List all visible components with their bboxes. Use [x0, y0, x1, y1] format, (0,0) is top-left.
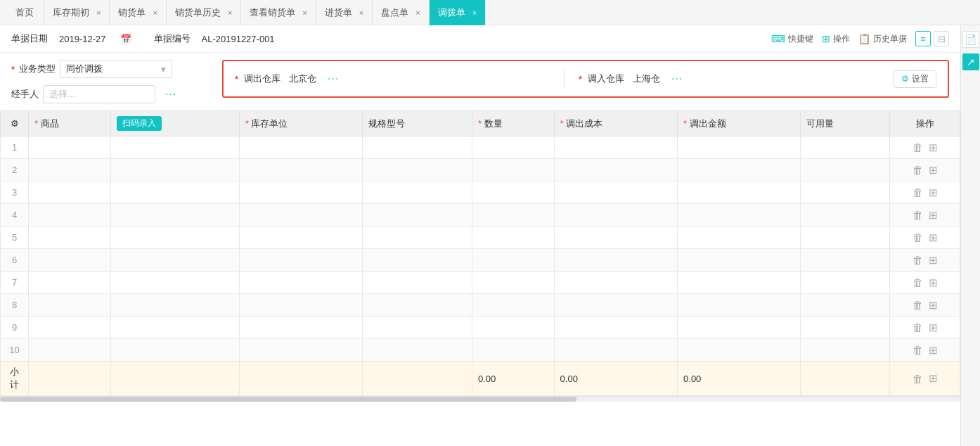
settings-button[interactable]: ⚙ 设置 [894, 70, 936, 88]
row-qty-cell [363, 339, 472, 362]
row-delete-icon[interactable]: 🗑 [913, 299, 923, 311]
col-gear[interactable]: ⚙ [1, 111, 29, 136]
out-warehouse-more-icon[interactable]: ··· [328, 72, 339, 85]
row-delete-icon[interactable]: 🗑 [913, 186, 923, 198]
manager-field: 经手人 选择... ··· [11, 85, 208, 103]
ops-action[interactable]: ⊞ 操作 [822, 33, 850, 45]
scan-input-button[interactable]: 扫码录入 [117, 116, 162, 131]
row-product-cell[interactable] [29, 204, 111, 227]
table-row: 4 🗑 ⊞ [1, 204, 960, 227]
row-delete-icon[interactable]: 🗑 [913, 254, 923, 266]
date-label: 单据日期 [11, 32, 48, 45]
row-available-cell [678, 159, 801, 181]
out-warehouse-star: * [235, 74, 238, 84]
tab-transfer[interactable]: 调拨单 × [430, 0, 486, 25]
row-delete-icon[interactable]: 🗑 [913, 321, 923, 333]
row-cost-cell [472, 227, 554, 249]
table-row: 2 🗑 ⊞ [1, 159, 960, 181]
row-empty-cell [801, 227, 890, 249]
tab-inventory-check-close[interactable]: × [415, 8, 420, 17]
row-num-cell: 10 [1, 339, 29, 362]
tab-transfer-close[interactable]: × [472, 8, 477, 17]
tab-sales-order-close[interactable]: × [153, 8, 157, 17]
row-product-cell[interactable] [29, 294, 111, 317]
row-cost-cell [472, 159, 554, 181]
row-delete-icon[interactable]: 🗑 [913, 373, 923, 385]
col-scan: 扫码录入 [110, 111, 239, 136]
row-empty-cell [801, 272, 890, 294]
horizontal-scrollbar[interactable] [0, 396, 960, 402]
row-delete-icon[interactable]: 🗑 [913, 209, 923, 221]
col-product-star: * [34, 118, 38, 129]
row-qty-cell [363, 317, 472, 339]
subtotal-empty-2 [110, 362, 239, 396]
tab-purchase[interactable]: 进货单 × [316, 0, 373, 25]
tab-view-sales[interactable]: 查看销货单 × [241, 0, 316, 25]
row-cost-cell [472, 339, 554, 362]
row-delete-icon[interactable]: 🗑 [913, 344, 923, 356]
row-spec-cell [239, 317, 362, 339]
row-available-cell [678, 272, 801, 294]
row-delete-icon[interactable]: 🗑 [913, 141, 923, 153]
table-row: 9 🗑 ⊞ [1, 317, 960, 339]
row-copy-icon[interactable]: ⊞ [929, 321, 938, 334]
tab-purchase-close[interactable]: × [359, 8, 363, 17]
tab-inventory-init-close[interactable]: × [96, 8, 101, 17]
row-amount-cell [554, 227, 677, 249]
tab-home[interactable]: 首页 [6, 0, 44, 25]
table-row: 7 🗑 ⊞ [1, 272, 960, 294]
calendar-icon[interactable]: 📅 [120, 34, 131, 44]
row-copy-icon[interactable]: ⊞ [929, 372, 938, 385]
biz-type-star: * [11, 64, 15, 75]
sidebar-export-icon: ↗ [967, 56, 975, 68]
tab-inventory-check[interactable]: 盘点单 × [373, 0, 429, 25]
subtotal-qty: 0.00 [472, 362, 554, 396]
manager-more-icon[interactable]: ··· [165, 88, 176, 101]
row-copy-icon[interactable]: ⊞ [929, 186, 938, 199]
tab-bar: 首页 库存期初 × 销货单 × 销货单历史 × 查看销货单 × 进货单 × 盘点… [0, 0, 980, 25]
tab-sales-history[interactable]: 销货单历史 × [167, 0, 241, 25]
row-num-cell: 5 [1, 227, 29, 249]
biz-type-select[interactable]: 同价调拨 ▾ [60, 60, 172, 78]
row-copy-icon[interactable]: ⊞ [929, 299, 938, 312]
row-product-cell[interactable] [29, 159, 111, 181]
tab-sales-history-close[interactable]: × [228, 8, 232, 17]
row-product-cell[interactable] [29, 136, 111, 159]
row-copy-icon[interactable]: ⊞ [929, 344, 938, 357]
row-product-cell[interactable] [29, 339, 111, 362]
table-row: 小计 0.00 0.00 0.00 🗑 ⊞ [1, 362, 960, 396]
tab-view-sales-close[interactable]: × [302, 8, 307, 17]
shortcut-action[interactable]: ⌨ 快捷键 [771, 33, 813, 45]
row-copy-icon[interactable]: ⊞ [929, 276, 938, 289]
row-copy-icon[interactable]: ⊞ [929, 164, 938, 177]
row-product-cell[interactable] [29, 272, 111, 294]
row-copy-icon[interactable]: ⊞ [929, 141, 938, 154]
row-copy-icon[interactable]: ⊞ [929, 209, 938, 222]
layout-btn-1[interactable]: ≡ [915, 31, 931, 46]
row-delete-icon[interactable]: 🗑 [913, 164, 923, 176]
row-copy-icon[interactable]: ⊞ [929, 254, 938, 267]
manager-select[interactable]: 选择... [43, 85, 155, 103]
tab-sales-order[interactable]: 销货单 × [110, 0, 166, 25]
row-product-cell[interactable] [29, 227, 111, 249]
row-delete-icon[interactable]: 🗑 [913, 276, 923, 288]
row-product-cell[interactable] [29, 181, 111, 204]
sidebar-export-btn[interactable]: ↗ [962, 53, 979, 70]
row-cost-cell [472, 136, 554, 159]
in-warehouse-more-icon[interactable]: ··· [671, 72, 683, 85]
row-delete-icon[interactable]: 🗑 [913, 231, 923, 243]
row-num-cell: 7 [1, 272, 29, 294]
row-ops-cell: 🗑 ⊞ [890, 249, 960, 272]
out-warehouse-label: 调出仓库 [244, 72, 281, 85]
sidebar-doc-btn[interactable]: 📄 [962, 31, 979, 48]
row-product-cell[interactable] [29, 317, 111, 339]
history-action[interactable]: 📋 历史单据 [858, 33, 907, 45]
layout-btn-2[interactable]: ⊟ [934, 31, 949, 46]
row-available-cell [678, 317, 801, 339]
row-product-cell[interactable] [29, 249, 111, 272]
row-amount-cell [554, 204, 677, 227]
tab-inventory-init[interactable]: 库存期初 × [44, 0, 110, 25]
row-copy-icon[interactable]: ⊞ [929, 231, 938, 244]
row-spec-cell [239, 227, 362, 249]
sidebar-doc-icon: 📄 [965, 34, 976, 45]
